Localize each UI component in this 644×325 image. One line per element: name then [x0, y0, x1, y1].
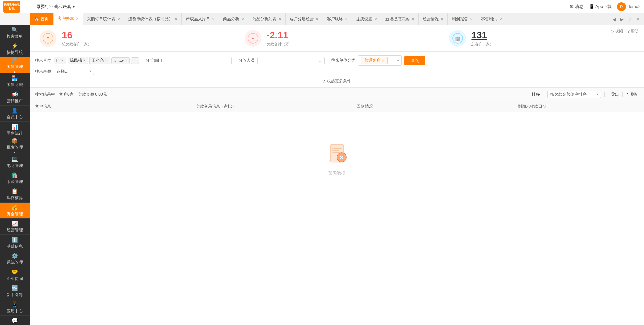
filter-row-2: 往来余额 选择... [35, 68, 639, 75]
tab-customer-segment[interactable]: 客户分层经营 ✕ [286, 13, 323, 25]
sidebar-item-label: 营销推广 [7, 98, 23, 104]
tag-wang[interactable]: 王小亮 ✕ [89, 57, 110, 64]
dept-label: 分管部门 [146, 58, 162, 63]
nav-tabs-bar: 🏠 首页 客户账本 ✕ 采购订单统计表 ✕ 进货单统计表（按商品） ✕ 产成品入… [30, 13, 644, 25]
sidebar-item-label: 电商管理 [7, 163, 23, 169]
tab-close-icon[interactable]: ✕ [470, 17, 473, 21]
members-icon: 👤 [11, 107, 18, 114]
newbie-icon: 🆕 [11, 285, 18, 291]
sidebar-item-label: 零售统计 [7, 131, 23, 136]
tab-close-icon[interactable]: ✕ [499, 17, 502, 21]
tab-new-commission[interactable]: 新增提成方案 ✕ [381, 13, 419, 25]
sidebar-item-members[interactable]: 👤 会员中心 [0, 106, 30, 122]
tab-left-icon[interactable]: ◀ [611, 16, 617, 23]
tag-remove-icon[interactable]: ✕ [83, 59, 86, 62]
tab-product-analysis[interactable]: 商品分析 ✕ [219, 13, 248, 25]
tab-close-icon[interactable]: ✕ [441, 17, 443, 21]
sidebar-item-quicknav[interactable]: ⚡ 快捷导航 [0, 41, 30, 57]
stat-numbers-debt: -2.11 欠款合计（万） [267, 30, 293, 47]
total-number: 131 [471, 30, 493, 41]
tab-close-icon[interactable]: ✕ [117, 17, 120, 21]
tab-close-icon[interactable]: ✕ [212, 17, 215, 21]
category-tag-remove[interactable]: ✕ [381, 58, 385, 63]
sidebar-item-wholesale[interactable]: 📦 批发管理 ▼ [0, 138, 30, 154]
unit-type-selector[interactable]: 普通客户 ✕ [358, 55, 402, 66]
app-download-link[interactable]: 📱 App下载 [589, 4, 612, 10]
account-selector[interactable]: 母婴行业演示账套 ▾ [36, 4, 570, 10]
tab-close-icon[interactable]: ✕ [345, 17, 348, 21]
sidebar-item-inventory[interactable]: 📋 库存核算 [0, 186, 30, 203]
tag-remove-icon[interactable]: ✕ [125, 59, 127, 62]
sort-label: 排序： [532, 92, 544, 97]
play-icon: ▷ [611, 29, 614, 34]
tag-wu[interactable]: 伍 ✕ [54, 57, 66, 64]
tab-close-icon[interactable]: ✕ [76, 17, 79, 21]
balance-select[interactable]: 选择... [54, 68, 94, 75]
tab-stock-stats[interactable]: 进货单统计表（按商品） ✕ [124, 13, 182, 25]
sidebar-item-search[interactable]: 🔍 搜索菜单 [0, 25, 30, 41]
arrow-icon: ▼ [13, 151, 16, 154]
export-link[interactable]: ↑ 导出 [608, 92, 619, 97]
tab-maximize-icon[interactable]: ⤢ [627, 16, 633, 23]
tab-home[interactable]: 🏠 首页 [30, 13, 54, 25]
sidebar-item-operation[interactable]: 📈 经营管理 [0, 219, 30, 235]
filter-tags: 伍 ✕ 陈民强 ✕ 王小亮 ✕ cjttcw ✕ [54, 57, 139, 64]
sidebar-item-corp[interactable]: 🤝 企业协同 [0, 267, 30, 283]
corp-icon: 🤝 [11, 269, 18, 275]
tab-purchase-stats[interactable]: 采购订单统计表 ✕ [83, 13, 124, 25]
collapse-button[interactable]: ∧ 收起更多条件 [323, 78, 351, 84]
sidebar-item-ecommerce[interactable]: 💻 电商管理 [0, 154, 30, 170]
tag-more[interactable]: ... [131, 57, 139, 64]
tab-finished-goods[interactable]: 产成品入库单 ✕ [182, 13, 219, 25]
tab-profit-report[interactable]: 利润报告 ✕ [448, 13, 477, 25]
tab-close-all-icon[interactable]: ✕ [635, 16, 641, 23]
dept-input[interactable] [165, 57, 232, 64]
tab-product-analysis-list[interactable]: 商品分析列表 ✕ [248, 13, 286, 25]
tag-remove-icon[interactable]: ✕ [105, 59, 108, 62]
sidebar-item-system[interactable]: ⚙️ 系统管理 [0, 251, 30, 267]
video-link[interactable]: ▷ 视频 [611, 28, 623, 34]
message-link[interactable]: ✉ 消息 [570, 4, 584, 10]
person-dots[interactable]: ... [319, 58, 323, 63]
sidebar-item-basic[interactable]: ℹ️ 基础信息 [0, 235, 30, 251]
tab-close-icon[interactable]: ✕ [241, 17, 244, 21]
sidebar-item-marketing[interactable]: 📢 营销推广 [0, 89, 30, 106]
tab-commission-settings[interactable]: 提成设置 ✕ [352, 13, 381, 25]
sidebar-item-finance[interactable]: 💰 资金管理 [0, 203, 30, 219]
tab-customer-ledger[interactable]: 客户账本 ✕ [54, 13, 83, 25]
help-link[interactable]: ? 帮助 [627, 28, 639, 34]
sidebar-item-purchase[interactable]: 🛍️ 采购管理 [0, 170, 30, 186]
th-due-date: 到期未收款日期 [518, 104, 639, 109]
sort-select[interactable]: 按欠款金额倒序排序 [547, 91, 601, 98]
tag-chen[interactable]: 陈民强 ✕ [68, 57, 88, 64]
tab-close-icon[interactable]: ✕ [316, 17, 318, 21]
tab-close-icon[interactable]: ✕ [175, 17, 177, 21]
sidebar-item-retail[interactable]: 🛒 零售管理 ▲ [0, 57, 30, 73]
tag-remove-icon[interactable]: ✕ [61, 59, 64, 62]
tab-close-icon[interactable]: ✕ [412, 17, 414, 21]
svg-rect-9 [332, 150, 339, 151]
tab-retail-profit[interactable]: 零售利润 ✕ [477, 13, 506, 25]
dept-dots[interactable]: ... [226, 58, 230, 63]
dept-input-wrap: ... [165, 57, 232, 64]
sidebar-item-mall[interactable]: 🏪 零售商城 [0, 73, 30, 89]
sidebar-item-label: 零售管理 [7, 64, 23, 70]
user-area[interactable]: D demo2 [617, 2, 641, 11]
sidebar-item-appstore[interactable]: 📱 应用中心 [0, 299, 30, 316]
tab-close-icon[interactable]: ✕ [278, 17, 281, 21]
sidebar-item-label: 快捷导航 [7, 50, 23, 56]
tab-operations[interactable]: 经营情况 ✕ [419, 13, 448, 25]
appstore-icon: 📱 [11, 301, 18, 308]
refresh-link[interactable]: ↻ 刷新 [626, 92, 639, 97]
sidebar-item-newbie[interactable]: 🆕 新手引导 [0, 283, 30, 299]
sidebar-item-wechat[interactable]: 💬 企业微信 [0, 316, 30, 325]
tag-cjttcw[interactable]: cjttcw ✕ [111, 57, 130, 64]
sidebar-item-retail-stats[interactable]: 📊 零售统计 [0, 122, 30, 138]
unit-type-select-wrap: 普通客户 ✕ ▼ [358, 55, 402, 66]
customers-label: 总欠款客户（家） [62, 42, 91, 47]
tab-customer-contact[interactable]: 客户联络 ✕ [323, 13, 352, 25]
tab-right-icon[interactable]: ▶ [619, 16, 625, 23]
query-button[interactable]: 查询 [404, 56, 425, 65]
tab-close-icon[interactable]: ✕ [374, 17, 377, 21]
person-input[interactable] [257, 57, 325, 64]
